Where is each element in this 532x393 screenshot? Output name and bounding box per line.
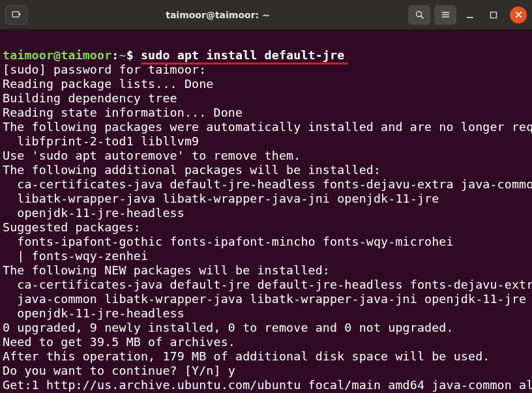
- output-line: The following packages were automaticall…: [3, 120, 532, 134]
- new-tab-icon: [11, 10, 22, 20]
- output-line: Reading state information... Done: [3, 106, 243, 119]
- annotation-underline: [141, 63, 348, 65]
- output-line: Get:1 http://us.archive.ubuntu.com/ubunt…: [3, 378, 532, 392]
- output-line: Use 'sudo apt autoremove' to remove them…: [3, 149, 301, 162]
- output-line: The following NEW packages will be insta…: [3, 263, 330, 277]
- minimize-button[interactable]: [460, 5, 480, 25]
- output-line: libatk-wrapper-java libatk-wrapper-java-…: [3, 192, 439, 205]
- output-line: Need to get 39.5 MB of archives.: [3, 335, 235, 349]
- close-button[interactable]: [510, 7, 527, 23]
- output-line: | fonts-wqy-zenhei: [3, 249, 148, 263]
- search-icon: [415, 10, 424, 20]
- svg-rect-0: [12, 12, 19, 17]
- output-line: After this operation, 179 MB of addition…: [3, 349, 490, 363]
- window-title: taimoor@taimoor: ~: [27, 10, 408, 20]
- svg-rect-5: [441, 12, 449, 13]
- output-line: Do you want to continue? [Y/n] y: [3, 364, 235, 377]
- output-line: libfprint-2-tod1 libllvm9: [3, 134, 199, 148]
- close-icon: [515, 11, 522, 18]
- output-line: 0 upgraded, 9 newly installed, 0 to remo…: [3, 321, 454, 334]
- output-line: openjdk-11-jre-headless: [3, 206, 185, 220]
- svg-rect-6: [441, 14, 449, 16]
- svg-rect-9: [491, 12, 497, 18]
- output-line: ca-certificates-java default-jre default…: [3, 278, 532, 291]
- maximize-icon: [490, 11, 497, 19]
- new-tab-button[interactable]: [5, 5, 27, 25]
- hamburger-icon: [441, 10, 451, 20]
- output-line: [sudo] password for taimoor:: [3, 63, 206, 76]
- prompt-dollar: $: [126, 48, 134, 62]
- command-text: sudo apt install default-jre: [141, 48, 344, 62]
- svg-line-4: [421, 16, 422, 18]
- output-line: Building dependency tree: [3, 91, 177, 105]
- minimize-icon: [466, 11, 474, 19]
- terminal-viewport[interactable]: taimoor@taimoor:~$ sudo apt install defa…: [0, 30, 532, 393]
- menu-button[interactable]: [434, 5, 456, 25]
- svg-rect-7: [441, 16, 449, 18]
- prompt-path: ~: [119, 48, 126, 62]
- search-button[interactable]: [408, 5, 430, 25]
- output-line: Suggested packages:: [3, 220, 141, 234]
- maximize-button[interactable]: [484, 5, 503, 25]
- output-line: fonts-ipafont-gothic fonts-ipafont-minch…: [3, 235, 454, 248]
- prompt-colon: :: [111, 48, 119, 62]
- window-controls: [408, 5, 527, 25]
- output-line: openjdk-11-jre-headless: [3, 306, 185, 320]
- prompt-user-host: taimoor@taimoor: [3, 48, 111, 62]
- output-line: Reading package lists... Done: [3, 77, 214, 91]
- svg-rect-8: [467, 17, 473, 18]
- output-line: The following additional packages will b…: [3, 163, 381, 177]
- output-line: ca-certificates-java default-jre-headles…: [3, 177, 532, 191]
- titlebar: taimoor@taimoor: ~: [0, 0, 532, 30]
- svg-rect-2: [20, 13, 21, 15]
- output-line: java-common libatk-wrapper-java libatk-w…: [3, 292, 526, 306]
